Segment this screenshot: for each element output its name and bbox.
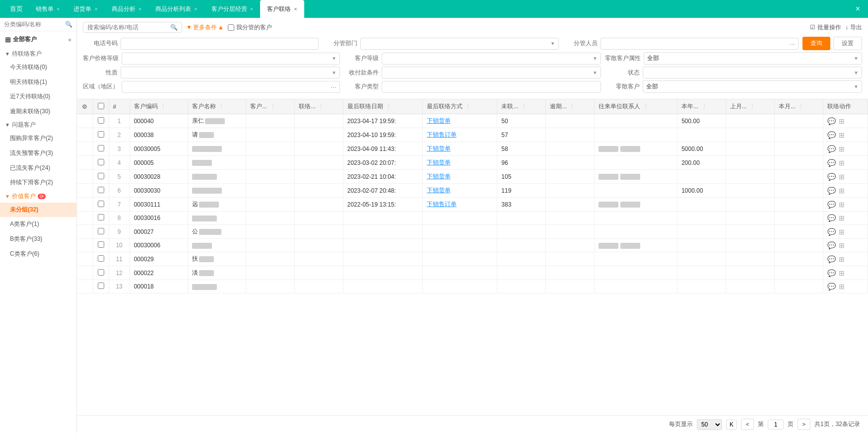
row-name[interactable]: 远 (188, 198, 246, 212)
page-size-select[interactable]: 50 20 100 (697, 419, 722, 430)
row-name[interactable]: 亲仁 (188, 114, 246, 128)
row-checkbox[interactable] (98, 159, 104, 165)
row-name[interactable] (188, 170, 246, 184)
nav-close-2[interactable]: × (138, 6, 141, 12)
contact-icon[interactable]: 💬 (827, 131, 836, 139)
cust-type-select[interactable] (382, 81, 601, 93)
row-name[interactable] (188, 184, 246, 198)
row-last-method[interactable] (422, 280, 497, 293)
nature-select[interactable]: ▼ (121, 67, 340, 78)
contact-icon[interactable]: 💬 (827, 283, 836, 290)
contact-icon[interactable]: 💬 (827, 187, 836, 195)
row-checkbox[interactable] (98, 241, 104, 248)
row-last-method[interactable]: 下销售订单 (422, 198, 497, 212)
sidebar-search-input[interactable] (4, 21, 63, 28)
contact-icon[interactable]: 💬 (827, 214, 836, 222)
row-checkbox[interactable] (98, 269, 104, 276)
resize-handle-3[interactable]: ⋮ (270, 103, 276, 110)
sidebar-item-class-a[interactable]: A类客户(1) (0, 217, 76, 232)
page-number-input[interactable] (768, 420, 784, 430)
th-this-year[interactable]: 本年... ⋮ (677, 99, 726, 114)
contact-icon[interactable]: 💬 (827, 241, 836, 249)
filter-search-box[interactable]: 🔍 (83, 22, 182, 33)
filter-search-icon[interactable]: 🔍 (170, 24, 178, 31)
resize-handle-5[interactable]: ⋮ (386, 103, 392, 110)
row-checkbox[interactable] (98, 201, 104, 207)
contact-icon[interactable]: 💬 (827, 173, 836, 181)
resize-handle-6[interactable]: ⋮ (465, 103, 471, 110)
row-checkbox[interactable] (98, 145, 104, 151)
resize-handle-11[interactable]: ⋮ (749, 103, 755, 110)
batch-operation-btn[interactable]: ☑ 批量操作 (810, 23, 841, 32)
query-button[interactable]: 查询 (802, 37, 830, 50)
more-action-icon[interactable]: ⊞ (839, 187, 845, 195)
my-customers-check[interactable] (228, 24, 234, 31)
contact-icon[interactable]: 💬 (827, 159, 836, 167)
status-select[interactable]: ▼ (643, 67, 862, 78)
sidebar-section-pending[interactable]: ▼ 待联络客户 (0, 48, 76, 60)
row-checkbox[interactable] (98, 117, 104, 124)
row-checkbox[interactable] (98, 131, 104, 138)
more-action-icon[interactable]: ⊞ (839, 117, 845, 125)
row-last-method[interactable]: 下销货单 (422, 156, 497, 170)
nav-close-3[interactable]: × (194, 6, 197, 12)
sidebar-item-class-b[interactable]: B类客户(33) (0, 232, 76, 247)
sidebar-search-icon[interactable]: 🔍 (65, 21, 72, 28)
contact-icon[interactable]: 💬 (827, 228, 836, 236)
window-close-button[interactable]: × (852, 4, 864, 13)
sidebar-item-7days[interactable]: 近7天待联络(0) (0, 89, 76, 104)
more-action-icon[interactable]: ⊞ (839, 131, 845, 139)
row-name[interactable] (188, 212, 246, 225)
my-customers-checkbox[interactable]: 我分管的客户 (228, 23, 272, 32)
select-all-checkbox[interactable] (98, 103, 104, 109)
row-checkbox[interactable] (98, 187, 104, 193)
sidebar-collapse-btn[interactable]: « (68, 36, 71, 43)
row-name[interactable] (188, 280, 246, 293)
th-name[interactable]: 客户名称 ⋮ (188, 99, 246, 114)
th-type[interactable]: 客户... ⋮ (246, 99, 295, 114)
row-last-method[interactable]: 下销货单 (422, 142, 497, 156)
row-checkbox[interactable] (98, 283, 104, 289)
row-name[interactable]: 公 (188, 225, 246, 239)
nav-home[interactable]: 首页 (4, 4, 29, 13)
row-last-method[interactable] (422, 239, 497, 252)
sidebar-section-problem[interactable]: ▼ 问题客户 (0, 119, 76, 131)
th-last-month[interactable]: 上月... ⋮ (726, 99, 774, 114)
row-name[interactable]: 扶 (188, 252, 246, 266)
cust-level-select[interactable]: ▼ (382, 53, 601, 65)
row-name[interactable] (188, 156, 246, 170)
th-this-month[interactable]: 本月... ⋮ (774, 99, 823, 114)
dept-select[interactable]: ▼ (360, 38, 558, 50)
th-check[interactable] (93, 99, 109, 114)
more-action-icon[interactable]: ⊞ (839, 201, 845, 209)
filter-search-input[interactable] (87, 24, 168, 31)
more-conditions-btn[interactable]: ▼ 更多条件 ▲ (186, 23, 224, 32)
more-action-icon[interactable]: ⊞ (839, 255, 845, 263)
payment-select[interactable]: ▼ (382, 67, 601, 78)
sidebar-item-overdue[interactable]: 逾期未联络(30) (0, 104, 76, 119)
th-last-method[interactable]: 最后联络方式 ⋮ (422, 99, 497, 114)
row-last-method[interactable] (422, 266, 497, 280)
export-btn[interactable]: ↓ 导出 (845, 23, 862, 32)
th-contact-person[interactable]: 往来单位联系人 ⋮ (594, 99, 677, 114)
row-last-method[interactable] (422, 252, 497, 266)
sidebar-item-churn-warning[interactable]: 流失预警客户(3) (0, 146, 76, 161)
more-action-icon[interactable]: ⊞ (839, 241, 845, 249)
nav-item-customer-segment[interactable]: 客户分层经营 × (204, 0, 260, 18)
resize-handle-8[interactable]: ⋮ (569, 103, 575, 110)
contact-icon[interactable]: 💬 (827, 145, 836, 153)
resize-handle-10[interactable]: ⋮ (701, 103, 707, 110)
more-action-icon[interactable]: ⊞ (839, 214, 845, 222)
nav-close-1[interactable]: × (94, 6, 97, 12)
nav-item-purchase[interactable]: 进货单 × (67, 0, 104, 18)
resize-handle-4[interactable]: ⋮ (318, 103, 324, 110)
sidebar-item-ungroup[interactable]: 未分组(32) (0, 203, 76, 217)
contact-icon[interactable]: 💬 (827, 117, 836, 125)
row-name[interactable]: 淡 (188, 266, 246, 280)
sidebar-item-churned[interactable]: 已流失客户(24) (0, 161, 76, 176)
nav-close-0[interactable]: × (57, 6, 60, 12)
reset-button[interactable]: 设置 (833, 37, 862, 50)
resize-handle-2[interactable]: ⋮ (218, 103, 224, 110)
sidebar-search-box[interactable]: 🔍 (0, 18, 76, 31)
more-action-icon[interactable]: ⊞ (839, 228, 845, 236)
